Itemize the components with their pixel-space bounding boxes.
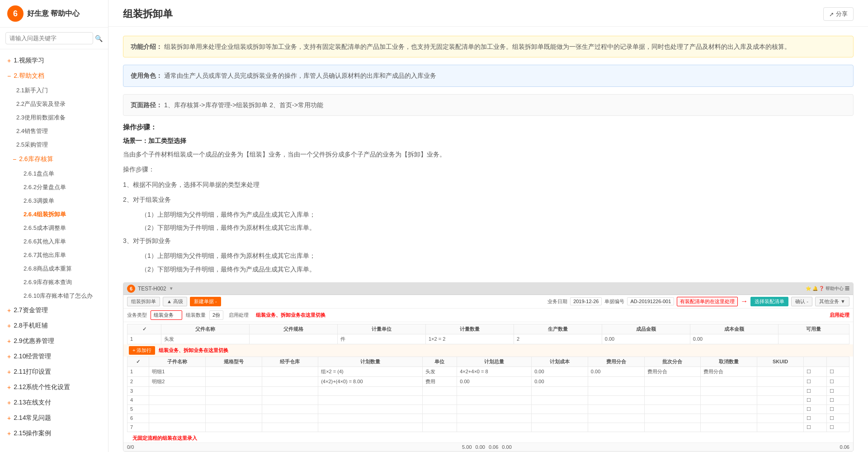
sidebar-item-payment-label: 2.13在线支付 — [14, 399, 51, 407]
mock-bill-val[interactable]: AD-20191226-001 — [627, 297, 674, 305]
path-label: 页面路径： — [131, 101, 162, 109]
main-content: 功能介绍： 组装拆卸单用来处理企业组装或拆卸等加工业务，支持有固定装配清单的产品… — [108, 27, 868, 452]
sidebar-item-cases-label: 2.15操作案例 — [14, 429, 51, 438]
mock-bottom-table: ✓ 子件名称 规格型号 经手仓库 计划数量 单位 计划总量 计划成本 费用分合 … — [127, 357, 849, 432]
mock-assemble-hint: 组装业务、拆卸业务在这里切换 — [159, 347, 228, 354]
role-box: 使用角色： 通常由生产人员或库管人员完成拆装业务的操作，库管人员确认原材料的出库… — [123, 65, 854, 86]
sidebar-item-cost-adj[interactable]: 2.6.5成本调整单 — [0, 221, 108, 235]
sidebar-item-purchase[interactable]: 2.5采购管理 — [0, 138, 108, 152]
mock-type-val[interactable]: 组装业务 — [151, 310, 182, 320]
step3-text: 3、对于拆卸业务 — [123, 235, 854, 247]
mock-add-row-btn[interactable]: + 添加行 — [129, 346, 155, 355]
plus-icon-3: + — [7, 322, 11, 329]
mock-date-label: 业务日期 — [547, 298, 567, 305]
mock-btn-confirm[interactable]: 确认 - — [791, 297, 812, 306]
mock-red-hint: 有装配清单的在这里处理 — [677, 297, 738, 306]
share-icon: ➚ — [829, 11, 834, 18]
plus-icon-10: + — [7, 430, 11, 437]
mock-col-product-amt: 成品金额 — [602, 324, 690, 334]
sidebar-item-faq-label: 2.14常见问题 — [14, 414, 51, 422]
sidebar-item-finance[interactable]: + 2.7资金管理 — [0, 303, 108, 318]
sidebar-item-inv-error[interactable]: 2.6.10库存账本错了怎么办 — [0, 289, 108, 303]
screenshot-container: 6 TEST-H002 ▼ ⭐ 🔔 ❓ 帮助中心 ☰ 组装拆卸单 ▲ 高级 新建… — [123, 282, 854, 452]
sidebar: 6 好生意 帮助中心 🔍 + 1.视频学习 − 2.帮助文档 2.1新手入门 2… — [0, 0, 108, 452]
plus-icon-7: + — [7, 384, 11, 391]
steps-intro: 操作步骤： — [123, 164, 854, 175]
sidebar-item-inv-ledger[interactable]: 2.6.9库存账本查询 — [0, 276, 108, 289]
mock-red-hint2: 组装业务、拆卸业务在这里切换 — [256, 312, 326, 319]
sidebar-item-docs[interactable]: − 2.帮助文档 — [0, 68, 108, 84]
sidebar-item-data-prep[interactable]: 2.3使用前数据准备 — [0, 111, 108, 124]
path-text: 1、库存核算->库存管理->组装拆卸单 2、首页->常用功能 — [164, 101, 323, 109]
mock-red-hint3: 启用处理 — [830, 312, 849, 319]
mock-col-qty: 计量数量 — [425, 324, 514, 334]
step2-2-text: （2）下部明细为子件明细，最终作为原材料生成其它出库单。 — [123, 222, 854, 233]
plus-icon-8: + — [7, 399, 11, 406]
sidebar-item-cost-recalc[interactable]: 2.6.8商品成本重算 — [0, 262, 108, 276]
mock-col-prod-qty: 生产数量 — [514, 324, 602, 334]
sidebar-item-inventory-label: 2.6库存核算 — [19, 155, 53, 163]
sidebar-item-install[interactable]: 2.2产品安装及登录 — [0, 97, 108, 111]
table-row: 4☐☐ — [127, 395, 849, 404]
mock-count-val[interactable]: 2份 — [209, 310, 223, 320]
mock-date-val[interactable]: 2019-12-26 — [570, 297, 602, 305]
sidebar-item-newbie[interactable]: 2.1新手入门 — [0, 84, 108, 97]
mock-btn-more[interactable]: ▲ 高级 — [163, 297, 187, 306]
step3-2-text: （2）下部明细为子件明细，最终作为产成品生成其它入库单。 — [123, 264, 854, 275]
sidebar-item-mobile-label: 2.8手机旺辅 — [14, 322, 47, 330]
table-row: 2 明细2 (4×2)+(4×0) = 8.00 费用 0.00 0.00 — [127, 376, 849, 386]
func-intro-box: 功能介绍： 组装拆卸单用来处理企业组装或拆卸等加工业务，支持有固定装配清单的产品… — [123, 36, 854, 57]
mock-footer: 0/0 5.00 0.00 0.06 0.00 0.06 — [123, 442, 853, 451]
search-button[interactable]: 🔍 — [95, 35, 103, 42]
sidebar-item-coupon[interactable]: + 2.9优惠券管理 — [0, 333, 108, 349]
mock-store-name: TEST-H002 — [138, 285, 166, 292]
func-intro-text: 组装拆卸单用来处理企业组装或拆卸等加工业务，支持有固定装配清单的产品加工业务，也… — [164, 43, 791, 50]
sidebar-item-transfer[interactable]: 2.6.3调拨单 — [0, 194, 108, 208]
step2-1-text: （1）上部明细为父件明细，最终作为产成品生成其它入库单； — [123, 209, 854, 220]
sidebar-item-partial-stock[interactable]: 2.6.2分量盘点单 — [0, 181, 108, 194]
mock-red-hint4: 无固定流程的组装在这里录入 — [132, 435, 197, 442]
page-title: 组装拆卸单 — [123, 7, 173, 21]
sidebar-item-biz[interactable]: + 2.10经营管理 — [0, 349, 108, 364]
share-button[interactable]: ➚ 分享 — [823, 7, 854, 21]
sidebar-item-other-in[interactable]: 2.6.6其他入库单 — [0, 235, 108, 248]
table-row: 1 明细1 组×2 = (4) 头发 4×2+4×0 = 8 0.00 0.00… — [127, 366, 849, 376]
mock-app-logo: 6 — [127, 285, 135, 293]
steps-title: 操作步骤： — [123, 123, 854, 132]
table-row: 6☐☐ — [127, 414, 849, 423]
sidebar-item-faq[interactable]: + 2.14常见问题 — [0, 410, 108, 426]
mock-bill-label: 单据编号 — [604, 298, 624, 305]
sidebar-item-settings-label: 2.12系统个性化设置 — [14, 383, 70, 391]
mock-btn-new[interactable]: 新建单据 - — [190, 297, 221, 306]
main-area: 组装拆卸单 ➚ 分享 功能介绍： 组装拆卸单用来处理企业组装或拆卸等加工业务，支… — [108, 0, 868, 452]
sidebar-item-cases[interactable]: + 2.15操作案例 — [0, 426, 108, 441]
mock-col-unit: 计量单位 — [338, 324, 426, 334]
sidebar-item-mobile[interactable]: + 2.8手机旺辅 — [0, 318, 108, 333]
plus-icon-9: + — [7, 414, 11, 422]
sidebar-item-coupon-label: 2.9优惠券管理 — [14, 337, 54, 345]
sidebar-item-settings[interactable]: + 2.12系统个性化设置 — [0, 380, 108, 395]
share-label: 分享 — [836, 10, 848, 18]
mock-btn-select[interactable]: 选择装配清单 — [750, 297, 788, 306]
sidebar-item-payment[interactable]: + 2.13在线支付 — [0, 395, 108, 410]
step2-text: 2、对于组装业务 — [123, 194, 854, 205]
sidebar-item-sales[interactable]: 2.4销售管理 — [0, 124, 108, 138]
mock-btn-otherbiz[interactable]: 其他业务 ▼ — [815, 297, 849, 306]
plus-icon-4: + — [7, 338, 11, 345]
sidebar-item-print[interactable]: + 2.11打印设置 — [0, 364, 108, 380]
role-label: 使用角色： — [131, 72, 162, 79]
table-row: 1 头发 件 1×2 = 2 2 0.00 0.00 — [127, 334, 849, 344]
plus-icon: + — [7, 57, 11, 64]
sidebar-item-stocktake[interactable]: 2.6.1盘点单 — [0, 167, 108, 181]
mock-count-label: 组装数量 — [186, 312, 206, 319]
mock-top-table: ✓ 父件名称 父件规格 计量单位 计量数量 生产数量 成品金额 成本金额 可用量 — [127, 324, 849, 344]
logo-icon: 6 — [7, 5, 24, 22]
mock-col-parent-name: 父件名称 — [161, 324, 250, 334]
sidebar-item-other-out[interactable]: 2.6.7其他出库单 — [0, 248, 108, 262]
sidebar-item-inventory[interactable]: − 2.6库存核算 — [0, 152, 108, 167]
sidebar-item-video[interactable]: + 1.视频学习 — [0, 53, 108, 68]
search-input[interactable] — [5, 32, 93, 44]
scene1-title: 场景一：加工类型选择 — [123, 137, 854, 145]
sidebar-item-assembly[interactable]: 2.6.4组装拆卸单 — [0, 208, 108, 221]
mock-btn-list[interactable]: 组装拆卸单 — [127, 297, 160, 306]
